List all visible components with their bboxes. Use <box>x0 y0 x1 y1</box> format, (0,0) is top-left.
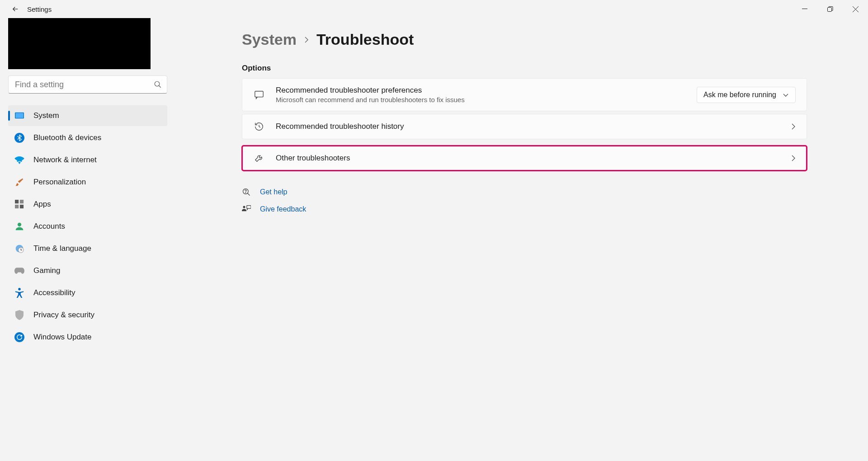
svg-point-9 <box>18 223 21 226</box>
minimize-icon <box>802 6 807 12</box>
close-button[interactable] <box>843 0 868 18</box>
svg-rect-5 <box>15 200 19 203</box>
accessibility-icon <box>14 288 24 298</box>
chevron-right-icon <box>304 36 309 43</box>
svg-rect-4 <box>15 113 23 118</box>
sidebar-item-system[interactable]: System <box>8 105 167 126</box>
help-icon <box>242 188 251 197</box>
sidebar-item-label: System <box>33 111 59 120</box>
arrow-left-icon <box>11 5 19 13</box>
svg-point-16 <box>243 206 245 208</box>
back-button[interactable] <box>6 0 24 18</box>
account-block[interactable] <box>8 18 151 69</box>
svg-rect-17 <box>247 206 251 209</box>
give-feedback-row: Give feedback <box>242 201 841 218</box>
card-title: Recommended troubleshooter history <box>276 122 791 131</box>
sidebar-item-label: Windows Update <box>33 333 92 342</box>
history-icon <box>253 122 265 132</box>
update-icon <box>14 332 24 342</box>
nav-list: System Bluetooth & devices Network & int… <box>8 105 162 348</box>
sidebar-item-apps[interactable]: Apps <box>8 194 167 215</box>
svg-rect-6 <box>20 200 24 203</box>
svg-point-12 <box>18 288 21 291</box>
sidebar-item-label: Accounts <box>33 222 65 231</box>
wrench-icon <box>253 153 265 163</box>
feedback-icon <box>242 205 251 213</box>
gamepad-icon <box>14 266 24 276</box>
sidebar-item-gaming[interactable]: Gaming <box>8 260 167 281</box>
clock-globe-icon <box>14 244 24 254</box>
sidebar-item-label: Accessibility <box>33 288 75 297</box>
maximize-icon <box>827 6 833 12</box>
person-icon <box>14 221 24 231</box>
give-feedback-link[interactable]: Give feedback <box>260 205 306 213</box>
card-title: Other troubleshooters <box>276 154 791 163</box>
window-title: Settings <box>27 5 52 13</box>
titlebar: Settings <box>0 0 868 18</box>
chevron-right-icon <box>791 123 796 130</box>
sidebar-item-label: Personalization <box>33 178 86 187</box>
card-subtitle: Microsoft can recommend and run troubles… <box>276 96 697 103</box>
svg-rect-7 <box>15 205 19 208</box>
breadcrumb-parent[interactable]: System <box>242 31 297 48</box>
chevron-down-icon <box>783 93 789 97</box>
search-icon <box>149 80 167 89</box>
sidebar-item-label: Privacy & security <box>33 310 94 320</box>
breadcrumb: System Troubleshoot <box>242 31 841 48</box>
sidebar-item-privacy[interactable]: Privacy & security <box>8 305 167 325</box>
card-other-troubleshooters[interactable]: Other troubleshooters <box>242 146 807 171</box>
shield-icon <box>14 310 24 320</box>
chevron-right-icon <box>791 155 796 162</box>
sidebar-item-label: Bluetooth & devices <box>33 133 101 142</box>
card-title: Recommended troubleshooter preferences <box>276 86 697 95</box>
sidebar-item-network[interactable]: Network & internet <box>8 150 167 170</box>
sidebar-item-label: Network & internet <box>33 155 97 165</box>
get-help-row: Get help <box>242 183 841 201</box>
svg-rect-1 <box>827 7 831 11</box>
preferences-dropdown[interactable]: Ask me before running <box>697 87 796 103</box>
close-icon <box>853 6 859 12</box>
apps-icon <box>14 199 24 209</box>
sidebar-item-bluetooth[interactable]: Bluetooth & devices <box>8 127 167 148</box>
sidebar-item-windows-update[interactable]: Windows Update <box>8 327 167 348</box>
sidebar-item-accounts[interactable]: Accounts <box>8 216 167 237</box>
sidebar-item-accessibility[interactable]: Accessibility <box>8 282 167 303</box>
sidebar-item-label: Time & language <box>33 244 91 253</box>
main-content: System Troubleshoot Options Recommended … <box>167 18 868 461</box>
maximize-button[interactable] <box>817 0 843 18</box>
svg-point-2 <box>155 81 160 86</box>
section-label-options: Options <box>242 64 841 73</box>
sidebar-item-personalization[interactable]: Personalization <box>8 172 167 193</box>
get-help-link[interactable]: Get help <box>260 188 287 196</box>
chat-icon <box>253 90 265 100</box>
sidebar-item-label: Apps <box>33 200 51 209</box>
sidebar-item-label: Gaming <box>33 266 61 275</box>
wifi-icon <box>14 155 24 165</box>
card-troubleshooter-preferences[interactable]: Recommended troubleshooter preferences M… <box>242 78 807 111</box>
system-icon <box>14 111 24 121</box>
sidebar: System Bluetooth & devices Network & int… <box>0 18 167 461</box>
dropdown-value: Ask me before running <box>703 91 776 99</box>
search-input[interactable] <box>9 80 149 89</box>
svg-point-15 <box>245 193 246 193</box>
search-box[interactable] <box>8 75 167 94</box>
svg-rect-0 <box>802 9 807 9</box>
svg-rect-8 <box>20 205 24 208</box>
bluetooth-icon <box>14 133 24 143</box>
page-title: Troubleshoot <box>316 31 414 48</box>
help-links: Get help Give feedback <box>242 183 841 218</box>
svg-rect-13 <box>255 91 263 97</box>
window-controls <box>792 0 868 18</box>
card-troubleshooter-history[interactable]: Recommended troubleshooter history <box>242 114 807 139</box>
brush-icon <box>14 177 24 187</box>
minimize-button[interactable] <box>792 0 817 18</box>
sidebar-item-time[interactable]: Time & language <box>8 238 167 259</box>
